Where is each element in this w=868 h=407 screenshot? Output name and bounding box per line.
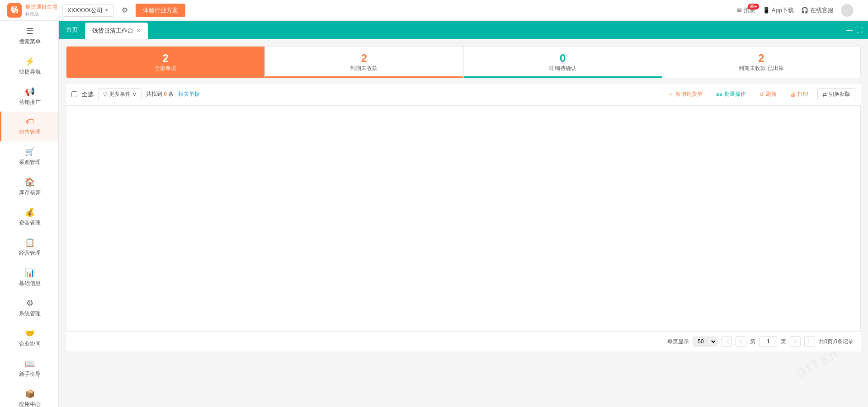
tab-home-label: 首页: [66, 26, 78, 34]
sidebar-item-operations[interactable]: 📋 经营管理: [0, 232, 58, 262]
appcenter-icon: 📦: [25, 389, 35, 399]
pagination: 每页显示 50 20 100 《 < 第 页 > 》 共0页,0条记录: [66, 331, 861, 351]
header-right: ✉ 消息 99+ 📱 App下载 🎧 在线客服: [737, 4, 861, 17]
print-icon: 🖨: [790, 91, 796, 98]
logo-text: 畅捷通好生意 标准版: [25, 4, 58, 17]
sidebar-item-system[interactable]: ⚙ 系统管理: [0, 293, 58, 323]
stats-label-overdue: 到期未收款: [272, 65, 456, 72]
per-page-select[interactable]: 50 20 100: [693, 337, 717, 346]
cooperation-icon: 🤝: [25, 328, 35, 338]
sidebar-label-guide: 新手引导: [19, 370, 41, 378]
stats-count-all: 2: [74, 52, 257, 65]
sidebar-label-operations: 经营管理: [19, 249, 41, 257]
next-page-button[interactable]: >: [790, 336, 801, 347]
top-header: 畅 畅捷通好生意 标准版 XXXXXX公司 ▼ ⚙ 体验行业方案 ✉ 消息 99…: [0, 0, 868, 21]
sidebar-item-sales[interactable]: 🏷 销售管理: [0, 112, 58, 141]
tab-indicator-pending: [464, 76, 662, 78]
per-page-label: 每页显示: [667, 338, 689, 346]
prev-page-button[interactable]: <: [736, 336, 746, 347]
finance-icon: 💰: [25, 207, 35, 217]
page-label: 第: [750, 338, 755, 346]
total-label: 共0页,0条记录: [819, 338, 854, 346]
sidebar-item-cooperation[interactable]: 🤝 企业协同: [0, 323, 58, 353]
tab-expand-icon[interactable]: ⛶: [856, 26, 863, 33]
tab-minimize-icon[interactable]: —: [846, 26, 853, 33]
sidebar-item-purchase[interactable]: 🛒 采购管理: [0, 141, 58, 172]
last-page-button[interactable]: 》: [804, 336, 815, 347]
avatar[interactable]: [841, 4, 854, 17]
stats-count-pending: 0: [471, 52, 655, 65]
first-page-button[interactable]: 《: [721, 336, 732, 347]
message-badge: 99+: [748, 4, 759, 9]
filter-button[interactable]: ▽ 更多条件 ∨: [98, 88, 142, 100]
found-count: 0: [164, 91, 167, 97]
stats-tab-pending[interactable]: 0 旺铺待确认: [464, 47, 662, 78]
inventory-icon: 🏠: [25, 177, 35, 187]
sidebar-item-quicknav[interactable]: ⚡ 快捷导航: [0, 51, 58, 81]
stats-tab-overdue[interactable]: 2 到期未收款: [265, 47, 463, 78]
refresh-button[interactable]: ↺ 刷新: [755, 89, 781, 100]
sidebar-item-marketing[interactable]: 📢 营销推广: [0, 81, 58, 112]
page-number-input[interactable]: [759, 336, 777, 347]
purchase-icon: 🛒: [25, 147, 35, 157]
tab-cashflow[interactable]: 钱货日清工作台 ✕: [85, 23, 148, 39]
online-service-button[interactable]: 🎧 在线客服: [801, 6, 834, 14]
quick-nav-icon: ⚡: [25, 56, 35, 66]
mobile-icon: 📱: [763, 7, 770, 14]
logo-area: 畅 畅捷通好生意 标准版: [7, 3, 58, 18]
sidebar-item-guide[interactable]: 📖 新手引导: [0, 353, 58, 384]
sidebar-label-sales: 销售管理: [19, 128, 41, 136]
data-table-area: [66, 105, 861, 331]
related-link[interactable]: 相关单据: [178, 90, 200, 98]
tab-bar-actions: — ⛶: [846, 26, 868, 33]
search-menu-icon: ☰: [26, 26, 33, 36]
sidebar-item-inventory[interactable]: 🏠 库存核算: [0, 172, 58, 202]
tab-bar: 首页 钱货日清工作台 ✕ — ⛶: [59, 21, 868, 39]
print-button[interactable]: 🖨 打印: [786, 89, 813, 100]
page-suffix: 页: [781, 338, 786, 346]
sidebar-label-system: 系统管理: [19, 310, 41, 318]
sidebar-label-marketing: 营销推广: [19, 98, 41, 106]
sidebar-label-purchase: 采购管理: [19, 159, 41, 166]
sidebar-item-search[interactable]: ☰ 搜索菜单: [0, 21, 58, 51]
toolbar: 全选 ▽ 更多条件 ∨ 共找到 0 条 相关单据 ＋ 新增销货单 ≡≡ 批量操作: [66, 84, 861, 105]
company-selector[interactable]: XXXXXX公司 ▼: [62, 4, 114, 17]
dropdown-arrow-icon: ▼: [104, 8, 109, 13]
experience-btn[interactable]: 体验行业方案: [136, 4, 185, 17]
headset-icon: 🎧: [801, 7, 808, 14]
switch-icon: ⇄: [822, 91, 827, 98]
found-text: 共找到 0 条: [146, 90, 174, 98]
sidebar-label-cooperation: 企业协同: [19, 340, 41, 348]
guide-icon: 📖: [25, 359, 35, 369]
message-button[interactable]: ✉ 消息 99+: [737, 6, 755, 14]
batch-operation-button[interactable]: ≡≡ 批量操作: [712, 89, 750, 100]
sidebar-item-finance[interactable]: 💰 资金管理: [0, 202, 58, 232]
filter-icon: ▽: [103, 91, 107, 98]
tab-indicator-overdue: [265, 76, 463, 78]
sidebar-label-quicknav: 快捷导航: [19, 68, 41, 76]
stats-tab-all[interactable]: 2 全部单据: [66, 47, 265, 78]
sales-icon: 🏷: [26, 117, 34, 126]
select-all-label: 全选: [82, 90, 94, 98]
sidebar-label-appcenter: 应用中心: [19, 401, 41, 407]
sidebar-label-inventory: 库存核算: [19, 189, 41, 196]
system-icon: ⚙: [26, 298, 33, 308]
header-left: 畅 畅捷通好生意 标准版 XXXXXX公司 ▼ ⚙ 体验行业方案: [7, 3, 185, 18]
select-all-checkbox[interactable]: [71, 91, 77, 97]
stats-label-pending: 旺铺待确认: [471, 65, 655, 72]
stats-tab-overdue-out[interactable]: 2 到期未收款 已出库: [662, 47, 860, 78]
add-order-button[interactable]: ＋ 新增销货单: [664, 89, 707, 100]
batch-icon: ≡≡: [716, 91, 722, 98]
tab-home[interactable]: 首页: [59, 21, 85, 39]
switch-version-button[interactable]: ⇄ 切换新版: [817, 88, 855, 100]
sidebar-item-appcenter[interactable]: 📦 应用中心: [0, 384, 58, 407]
sidebar-label-finance: 资金管理: [19, 219, 41, 227]
stats-tabs: 2 全部单据 2 到期未收款 0 旺铺待确认 2 到期未收款 已出库: [66, 46, 861, 78]
app-download-button[interactable]: 📱 App下载: [763, 6, 794, 14]
sidebar-label-search: 搜索菜单: [19, 38, 41, 46]
tab-close-icon[interactable]: ✕: [136, 28, 141, 34]
stats-label-overdue-out: 到期未收款 已出库: [670, 65, 853, 72]
settings-button[interactable]: ⚙: [118, 4, 131, 17]
sidebar-item-basicinfo[interactable]: 📊 基础信息: [0, 262, 58, 293]
sidebar: ☰ 搜索菜单 ⚡ 快捷导航 📢 营销推广 🏷 销售管理 🛒 采购管理 🏠 库存核…: [0, 21, 59, 407]
